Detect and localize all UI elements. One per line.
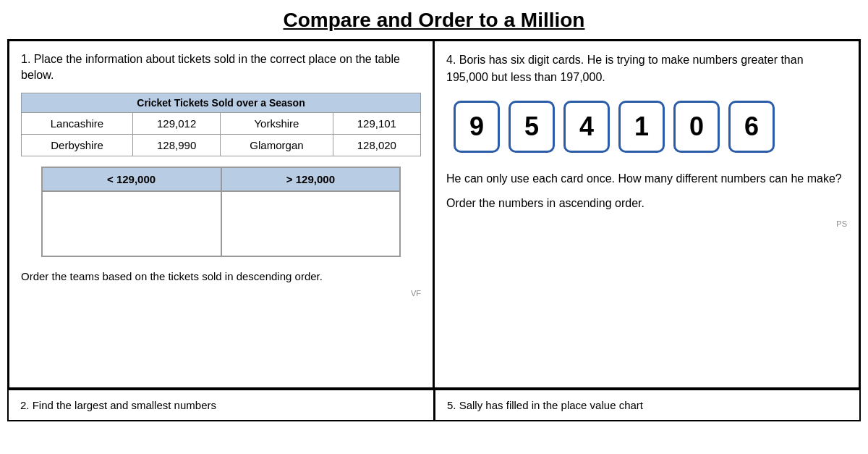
- digit-card-0: 9: [454, 101, 500, 153]
- table-cell: 128,020: [333, 134, 420, 156]
- page-title: Compare and Order to a Million: [0, 0, 868, 39]
- sort-cell-left: [42, 191, 221, 256]
- question2-cell: 2. Find the largest and smallest numbers: [8, 390, 434, 421]
- table-cell: Derbyshire: [22, 134, 133, 156]
- question4-middle-text: He can only use each card once. How many…: [446, 170, 847, 188]
- table-row: Lancashire 129,012 Yorkshire 129,101: [22, 112, 421, 134]
- table-cell: 128,990: [132, 134, 220, 156]
- digit-card-2: 4: [563, 101, 610, 153]
- sort-cell-right: [221, 191, 401, 256]
- left-cell: 1. Place the information about tickets s…: [9, 41, 434, 388]
- ps-label: PS: [446, 219, 847, 228]
- digit-card-5: 6: [728, 101, 775, 153]
- sort-table: < 129,000 > 129,000: [41, 167, 401, 257]
- table-cell: Yorkshire: [221, 112, 333, 134]
- table-cell: 129,012: [132, 112, 220, 134]
- table-cell: Lancashire: [22, 112, 133, 134]
- cricket-table: Cricket Tickets Sold over a Season Lanca…: [21, 93, 421, 156]
- table-cell: Glamorgan: [221, 134, 333, 156]
- digit-card-3: 1: [618, 101, 665, 153]
- digit-cards-container: 9 5 4 1 0 6: [446, 101, 847, 153]
- question4-bottom-text: Order the numbers in ascending order.: [446, 195, 847, 212]
- table-cell: 129,101: [333, 112, 420, 134]
- table-row: Derbyshire 128,990 Glamorgan 128,020: [22, 134, 421, 156]
- cricket-table-header: Cricket Tickets Sold over a Season: [22, 93, 421, 112]
- question5-text: 5. Sally has filled in the place value c…: [447, 398, 848, 413]
- question4-intro: 4. Boris has six digit cards. He is tryi…: [446, 51, 847, 86]
- sort-col2-header: > 129,000: [221, 167, 401, 191]
- digit-card-1: 5: [509, 101, 555, 153]
- main-grid: 1. Place the information about tickets s…: [7, 39, 861, 390]
- right-cell: 4. Boris has six digit cards. He is tryi…: [434, 41, 859, 388]
- question5-cell: 5. Sally has filled in the place value c…: [434, 390, 860, 421]
- vf-label: VF: [21, 289, 421, 298]
- question1-bottom-text: Order the teams based on the tickets sol…: [21, 269, 421, 285]
- bottom-row: 2. Find the largest and smallest numbers…: [7, 390, 861, 421]
- question1-intro: 1. Place the information about tickets s…: [21, 51, 421, 84]
- sort-col1-header: < 129,000: [42, 167, 221, 191]
- sort-row: [42, 191, 401, 256]
- question2-text: 2. Find the largest and smallest numbers: [20, 398, 422, 413]
- digit-card-4: 0: [673, 101, 720, 153]
